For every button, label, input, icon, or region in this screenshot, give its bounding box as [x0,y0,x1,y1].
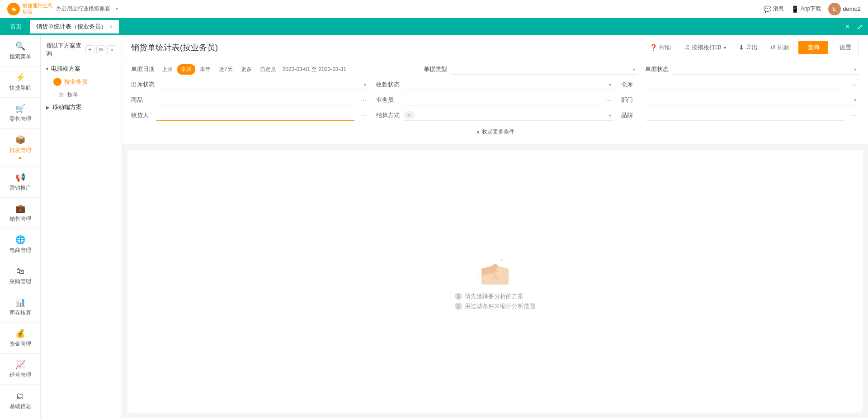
sidebar-item-ecommerce[interactable]: 🌐 电商管理 [0,229,40,260]
date-tab-custom[interactable]: 自定义 [256,64,280,75]
basics-icon: 🗂 [16,390,24,402]
doc-status-select-wrap: ▾ [672,64,859,75]
sidebar-item-operations[interactable]: 📈 经营管理 [0,354,40,385]
panel-header-label: 按以下方案查询 [46,42,83,58]
date-tab-7days[interactable]: 近7天 [215,64,236,75]
scheme-label-salesperson: 按业务员 [64,78,88,86]
payment-status-label: 收款状态 [376,81,400,89]
empty-hints: 1 请先选择要分析的方案 2 用过滤条件来缩小分析范围 [455,292,535,312]
sidebar-item-finance[interactable]: 💰 资金管理 [0,323,40,354]
department-input[interactable] [646,95,859,105]
tab-minimize-icon[interactable]: × [844,22,851,32]
sidebar-item-wholesale[interactable]: 📦 批发管理 ▲ [0,129,40,166]
desktop-group-header[interactable]: ▾ 电脑端方案 [41,62,122,75]
query-button[interactable]: 查询 [798,41,828,54]
svg-text:✦: ✦ [500,257,504,263]
panel-header: 按以下方案查询 + ⚙ « [41,39,122,61]
brand-input[interactable] [646,110,844,121]
sidebar-item-retail[interactable]: 🛒 零售管理 [0,98,40,129]
filter-date: 单据日期 上月 本月 本年 近7天 更多 自定义 2023-03-01 至 20… [131,64,416,75]
sidebar: 🔍 搜索菜单 ⚡ 快捷导航 🛒 零售管理 📦 批发管理 ▲ 📢 营销推广 💼 销… [0,35,41,418]
settlement-label: 结算方式 [376,111,400,119]
date-range[interactable]: 2023-03-01 至 2023-03-31 [283,66,346,73]
breadcrumb: 办公用品行业模拟账套 [56,5,110,13]
hint-num-1: 1 [455,293,462,300]
payment-status-input[interactable] [403,79,614,90]
sidebar-item-system[interactable]: ⚙ 系统管理 [0,416,40,418]
date-tab-this-year[interactable]: 本年 [196,64,214,75]
date-tab-more[interactable]: 更多 [237,64,255,75]
ecommerce-icon: 🌐 [15,234,25,246]
salesperson-dots-icon[interactable]: ··· [603,95,614,104]
doc-type-input[interactable] [451,64,637,75]
scheme-item-active-icon: ✓ [53,78,61,86]
filter-brand: 品牌 ··· [621,110,859,121]
mobile-group-header[interactable]: ▶ 移动端方案 [41,101,122,114]
scheme-item-by-salesperson[interactable]: ✓ 按业务员 [41,75,122,89]
doc-status-input[interactable] [672,64,859,75]
logo-area[interactable]: 畅 畅捷通好生意 标版 [7,3,52,15]
recipient-input[interactable] [156,110,354,121]
sidebar-item-purchase[interactable]: 🛍 采购管理 [0,260,40,291]
date-tab-this-month[interactable]: 本月 [177,64,195,75]
filter-warehouse: 仓库 ··· [621,79,859,90]
sub-item-icon: 按 [59,91,64,98]
salesperson-label: 业务员 [376,96,398,104]
desktop-scheme-group: ▾ 电脑端方案 ✓ 按业务员 按 按单 ▶ 移动端方案 [41,62,122,114]
collapse-more-label: 收起更多条件 [482,128,514,136]
retail-icon: 🛒 [15,103,25,114]
settings-button[interactable]: 设置 [832,41,859,54]
mobile-group-arrow: ▶ [46,105,50,110]
sidebar-item-quick-nav[interactable]: ⚡ 快捷导航 [0,66,40,98]
help-button[interactable]: ❓ 帮助 [646,42,675,53]
app-download-button[interactable]: 📱 App下载 [791,5,821,13]
out-status-label: 出库状态 [131,81,155,89]
tab-maximize-icon[interactable]: ⤢ [855,22,864,32]
recipient-dots-icon[interactable]: ··· [358,111,369,120]
warehouse-input[interactable] [646,79,844,90]
goods-dots-icon[interactable]: ··· [358,95,369,104]
department-label: 部门 [621,96,643,104]
settlement-input[interactable] [403,110,614,121]
out-status-input[interactable] [158,79,369,90]
goods-input[interactable] [156,95,354,105]
message-button[interactable]: 💬 消息 [764,5,784,13]
refresh-button[interactable]: ↺ 刷新 [767,42,793,53]
search-icon: 🔍 [15,41,25,52]
date-tab-last-month[interactable]: 上月 [158,64,176,75]
filter-row-1: 单据日期 上月 本月 本年 近7天 更多 自定义 2023-03-01 至 20… [131,64,859,75]
print-icon: 🖨 [684,44,690,51]
svg-rect-7 [486,272,494,274]
scheme-sub-label-order: 按单 [67,91,78,99]
sidebar-item-inventory[interactable]: 📊 库存核算 [0,291,40,323]
sidebar-item-marketing[interactable]: 📢 营销推广 [0,166,40,198]
refresh-icon: ↺ [770,44,776,51]
tab-home[interactable]: 首页 [4,20,28,33]
brand-dots-icon[interactable]: ··· [848,111,859,120]
print-button[interactable]: 🖨 按模板打印 ▾ [680,42,730,53]
date-label: 单据日期 [131,65,155,73]
operations-icon: 📈 [15,359,25,370]
avatar: E [828,3,841,15]
logo-text: 畅捷通好生意 标版 [23,3,52,14]
settlement-tag-clear-icon[interactable]: × [408,112,411,119]
sidebar-item-basics[interactable]: 🗂 基础信息 [0,385,40,416]
collapse-more-button[interactable]: ∧ 收起更多条件 [131,125,859,138]
salesperson-input[interactable] [401,95,599,105]
warehouse-dots-icon[interactable]: ··· [848,80,859,89]
sidebar-item-search-menu[interactable]: 🔍 搜索菜单 [0,35,40,66]
scheme-sub-item-by-order[interactable]: 按 按单 [41,89,122,101]
user-avatar[interactable]: E demo2 [828,3,861,15]
left-panel: 按以下方案查询 + ⚙ « ▾ 电脑端方案 ✓ 按业务员 [41,35,122,418]
panel-settings-button[interactable]: ⚙ [96,45,105,54]
tab-close-icon[interactable]: × [109,24,113,29]
filter-area: 单据日期 上月 本月 本年 近7天 更多 自定义 2023-03-01 至 20… [122,58,868,144]
filter-payment-status: 收款状态 ▾ [376,79,614,90]
tab-current[interactable]: 销货单统计表（按业务员） × [30,20,119,33]
panel-add-button[interactable]: + [85,45,94,54]
panel-collapse-button[interactable]: « [107,45,116,54]
finance-icon: 💰 [15,328,25,339]
sidebar-item-sales[interactable]: 💼 销售管理 [0,198,40,229]
breadcrumb-dropdown-icon[interactable]: ▾ [116,6,118,11]
export-button[interactable]: ⬇ 导出 [735,42,761,53]
